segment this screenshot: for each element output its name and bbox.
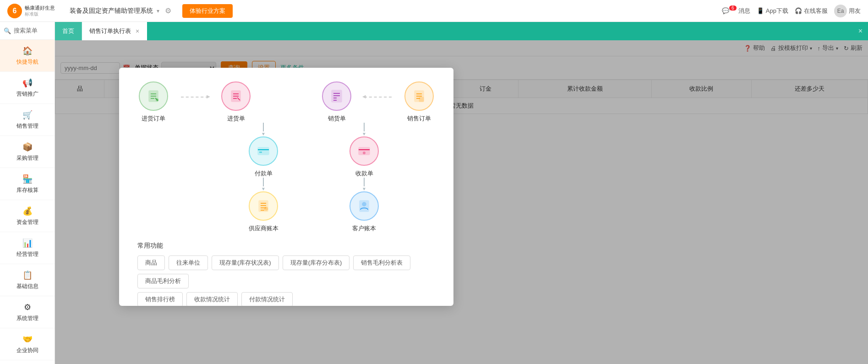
flow-row-3: 供应商账本: [181, 191, 392, 233]
v-arrows-row: ▼ ▼: [181, 123, 392, 136]
flow-node-receipt[interactable]: 收款单: [337, 136, 392, 178]
system-title-area: 装备及固定资产辅助管理系统 ▾ ⚙ 体验行业方案: [62, 4, 722, 18]
sidebar-item-sales[interactable]: 🛒 销售管理: [0, 104, 55, 136]
flow-node-sales-order[interactable]: 销售订单: [392, 81, 447, 123]
cf-btn-stock-dist[interactable]: 现存量(库存分布表): [283, 255, 350, 270]
sidebar-item-basic-info[interactable]: 📋 基础信息: [0, 264, 55, 296]
service-icon: 🎧: [795, 7, 802, 14]
flow-row-1: 进货订单: [126, 81, 447, 123]
svg-point-32: [362, 202, 366, 206]
operations-icon: 📊: [22, 238, 33, 249]
user-btn[interactable]: Ea 用友: [834, 5, 861, 17]
user-name: 用友: [849, 7, 861, 15]
flow-node-sales-bill[interactable]: 销货单: [309, 81, 364, 123]
tab-bar: 首页 销售订单执行表 × ×: [55, 22, 868, 40]
flow-node-supplier-account[interactable]: 供应商账本: [236, 191, 291, 233]
cf-btn-receipts-stats[interactable]: 收款情况统计: [186, 292, 238, 306]
sidebar-search[interactable]: 🔍 搜索菜单: [0, 22, 55, 40]
logo-line1: 畅康通好生意: [25, 5, 55, 11]
cf-buttons: 商品 往来单位 现存量(库存状况表) 现存量(库存分布表) 销售毛利分析表 商品…: [137, 255, 435, 288]
payment-label: 付款单: [255, 169, 273, 178]
v-arrows-row2: ▼ ▼: [181, 178, 392, 191]
cf-btn-sales-gross[interactable]: 销售毛利分析表: [353, 255, 410, 270]
cf-btn-payments-stats[interactable]: 付款情况统计: [241, 292, 293, 306]
arrow-po-to-pb: [181, 97, 208, 98]
receipt-label: 收款单: [355, 169, 373, 178]
dropdown-icon[interactable]: ▾: [157, 8, 159, 14]
flow-diagram: 进货订单: [119, 68, 453, 242]
marketing-icon: 📢: [22, 77, 33, 88]
supplier-account-circle: [249, 191, 278, 221]
flow-node-purchase-order[interactable]: 进货订单: [126, 81, 181, 123]
flow-node-customer-account[interactable]: 客户账本: [337, 191, 392, 233]
tab-close-icon[interactable]: ×: [136, 27, 139, 35]
app-icon: 📱: [757, 7, 764, 14]
logo-line2: 标准版: [25, 11, 55, 17]
receipt-circle: [349, 136, 379, 166]
sidebar-item-quick-nav[interactable]: 🏠 快捷导航: [0, 40, 55, 72]
tab-bar-close-btn[interactable]: ×: [853, 27, 868, 35]
app-download-label: App下载: [766, 7, 788, 15]
flow-node-payment[interactable]: 付款单: [236, 136, 291, 178]
sidebar-item-label: 快捷导航: [16, 58, 38, 66]
search-icon: 🔍: [4, 27, 11, 34]
message-btn[interactable]: 💬 6 消息: [722, 7, 750, 15]
tab-sales-order-exec[interactable]: 销售订单执行表 ×: [82, 22, 147, 40]
settings-icon[interactable]: ⚙: [165, 6, 171, 15]
trial-btn[interactable]: 体验行业方案: [182, 4, 233, 18]
sidebar-item-newbie[interactable]: 🌟 新手引导: [0, 360, 55, 364]
cf-btn-product-gross[interactable]: 商品毛利分析: [137, 274, 189, 288]
svg-rect-18: [419, 97, 424, 102]
cf-buttons-row2: 销售排行榜 收款情况统计 付款情况统计: [137, 292, 435, 306]
page-wrapper: ❓ 帮助 🖨 按模板打印 ▾ ↑ 导出 ▾ ↻ 刷新: [55, 40, 868, 364]
service-label: 在线客服: [804, 7, 828, 15]
cf-btn-sales-rank[interactable]: 销售排行榜: [137, 292, 183, 306]
sidebar-item-inventory[interactable]: 🏪 库存核算: [0, 168, 55, 200]
svg-rect-19: [258, 147, 269, 155]
cf-btn-products[interactable]: 商品: [137, 255, 165, 270]
sales-bill-circle: [322, 81, 351, 111]
basic-info-icon: 📋: [22, 270, 33, 281]
cf-btn-partners[interactable]: 往来单位: [169, 255, 208, 270]
flow-row-2: 付款单: [181, 136, 392, 178]
top-header: 6 畅康通好生意 标准版 装备及固定资产辅助管理系统 ▾ ⚙ 体验行业方案 💬 …: [0, 0, 868, 22]
purchase-bill-label: 进货单: [227, 114, 245, 123]
inventory-icon: 🏪: [22, 174, 33, 185]
system-icon: ⚙: [22, 302, 33, 313]
arrow-sb-down: ▼: [337, 123, 392, 136]
sidebar-item-label: 采购管理: [16, 154, 38, 162]
arrow-so-to-sb: [364, 97, 392, 98]
content-area: 首页 销售订单执行表 × × ❓ 帮助 🖨 按模板打印 ▾: [55, 22, 868, 364]
purchase-order-label: 进货订单: [142, 114, 165, 123]
sidebar-item-operations[interactable]: 📊 经营管理: [0, 232, 55, 264]
modal-scroll-area: 进货订单: [119, 68, 453, 306]
sidebar-item-label: 企业协同: [16, 347, 38, 354]
sidebar-item-label: 资金管理: [16, 218, 38, 226]
sidebar-item-marketing[interactable]: 📢 营销推广: [0, 72, 55, 104]
sales-order-label: 销售订单: [407, 114, 431, 123]
online-service-btn[interactable]: 🎧 在线客服: [795, 7, 828, 15]
svg-rect-30: [264, 207, 268, 211]
main-layout: 🔍 搜索菜单 🏠 快捷导航 📢 营销推广 🛒 销售管理 📦 采购管理 🏪 库存核…: [0, 22, 868, 364]
purchase-icon: 📦: [22, 141, 33, 152]
flow-node-purchase-bill[interactable]: 进货单: [208, 81, 263, 123]
sidebar-item-label: 库存核算: [16, 186, 38, 194]
quick-nav-icon: 🏠: [22, 45, 33, 56]
arrow-receipt-down: ▼: [337, 178, 392, 191]
cf-title: 常用功能: [137, 242, 435, 250]
tab-home[interactable]: 首页: [55, 22, 82, 40]
customer-account-label: 客户账本: [352, 224, 376, 233]
sidebar-item-system[interactable]: ⚙ 系统管理: [0, 296, 55, 328]
quick-nav-modal: 进货订单: [119, 68, 453, 306]
sidebar-item-enterprise[interactable]: 🤝 企业协同: [0, 328, 55, 360]
sidebar-item-label: 系统管理: [16, 315, 38, 322]
avatar: Ea: [834, 5, 847, 17]
message-badge: 6: [729, 5, 737, 11]
sidebar-item-finance[interactable]: 💰 资金管理: [0, 200, 55, 232]
app-download-btn[interactable]: 📱 App下载: [757, 7, 788, 15]
sidebar-item-label: 销售管理: [16, 122, 38, 130]
message-icon: 💬: [722, 7, 729, 14]
cf-btn-stock-status[interactable]: 现存量(库存状况表): [212, 255, 279, 270]
sidebar-item-purchase[interactable]: 📦 采购管理: [0, 136, 55, 168]
sales-order-circle: [404, 81, 434, 111]
